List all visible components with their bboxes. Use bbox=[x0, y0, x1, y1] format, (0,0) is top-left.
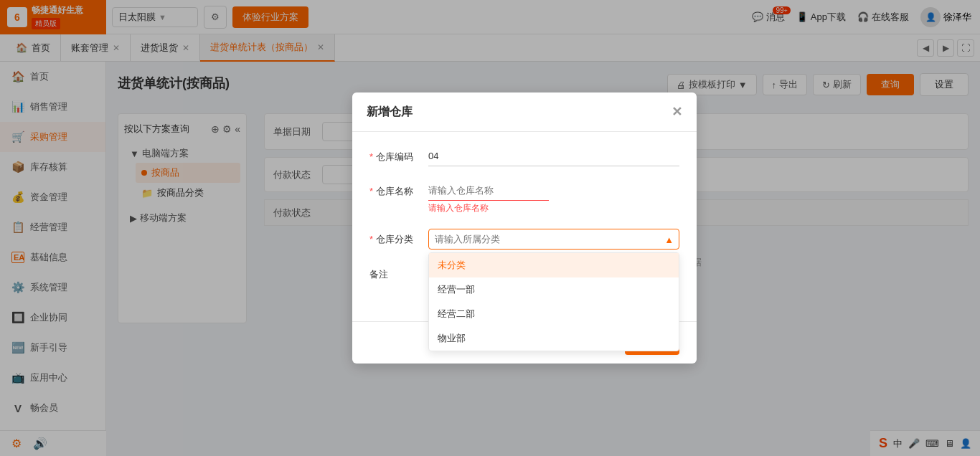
code-label: * 仓库编码 bbox=[369, 146, 420, 163]
category-field: ▲ 未分类 经营一部 经营二部 物业部 bbox=[428, 229, 679, 250]
category-label: * 仓库分类 bbox=[369, 229, 420, 246]
dropdown-item-ops2[interactable]: 经营二部 bbox=[429, 302, 679, 326]
modal-body: * 仓库编码 * 仓库名称 请输入仓库名称 * 仓库分类 ▲ bbox=[352, 132, 697, 321]
dropdown-item-ops3[interactable]: 物业部 bbox=[429, 326, 679, 351]
category-input[interactable] bbox=[428, 229, 679, 250]
code-input[interactable] bbox=[428, 146, 679, 166]
name-error-msg: 请输入仓库名称 bbox=[428, 202, 679, 214]
note-label: 备注 bbox=[369, 264, 420, 281]
name-input[interactable] bbox=[428, 181, 549, 201]
modal-header: 新增仓库 ✕ bbox=[352, 92, 697, 132]
form-row-category: * 仓库分类 ▲ 未分类 经营一部 经营二部 物业部 bbox=[369, 229, 679, 250]
modal-close-btn[interactable]: ✕ bbox=[672, 104, 682, 120]
modal-title: 新增仓库 bbox=[367, 105, 413, 120]
category-dropdown: 未分类 经营一部 经营二部 物业部 bbox=[428, 252, 679, 351]
add-warehouse-modal: 新增仓库 ✕ * 仓库编码 * 仓库名称 请输入仓库名称 * bbox=[352, 92, 697, 364]
form-row-code: * 仓库编码 bbox=[369, 146, 679, 166]
dropdown-item-unclassified[interactable]: 未分类 bbox=[429, 253, 679, 277]
dropdown-item-ops1[interactable]: 经营一部 bbox=[429, 277, 679, 302]
form-row-name: * 仓库名称 请输入仓库名称 bbox=[369, 181, 679, 214]
chevron-up-icon[interactable]: ▲ bbox=[664, 234, 674, 244]
name-label: * 仓库名称 bbox=[369, 181, 420, 198]
